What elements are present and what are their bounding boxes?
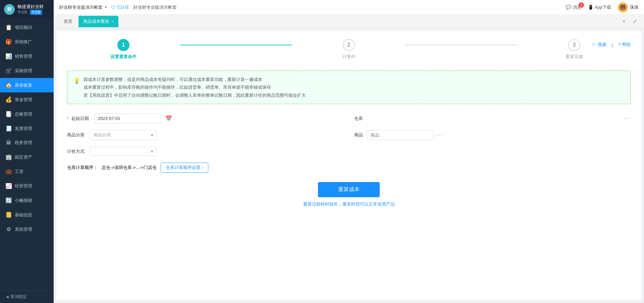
goods-label: 商品 [354,132,364,138]
sidebar-item-finance[interactable]: 💰 资金管理 [0,92,54,107]
recalc-button[interactable]: 重算成本 [318,182,380,197]
tab-cost-recalc[interactable]: 商品成本重算 × [78,16,118,27]
warehouse-label: 仓库 [354,116,364,122]
logo-title: 畅捷通好业财 [17,4,44,10]
recalc-btn-label: 重算成本 [338,186,360,192]
sidebar-item-accounting[interactable]: 📑 总账管理 [0,107,54,121]
bulb-icon: 💡 [73,76,80,99]
ops-icon: 📈 [5,183,12,189]
category-select[interactable]: 商品分类 ▾ [90,130,157,140]
sidebar-item-purchase[interactable]: 🛒 采购管理 [0,63,54,78]
shield-icon: 🛡 [111,5,116,10]
sidebar-item-assets[interactable]: 🏢 固定资产 [0,150,54,164]
divider: | [612,42,613,47]
topbar: 好业财专业版演示帐套 ▾ 🛡 已认证 好业财专业版演示帐套 💬 消息 1 📱 A… [54,0,644,15]
category-placeholder: 商品分类 [94,132,111,138]
sidebar-item-tax[interactable]: 🏛 税务管理 [0,136,54,150]
account-dropdown-icon: ▾ [105,5,107,10]
step-2-number: 2 [347,42,351,48]
start-date-group: * 起始日期 📅 [67,114,343,123]
expand-window-button[interactable]: ⤢ [631,17,639,26]
close-window-button[interactable]: × [620,17,628,26]
topbar-right: 💬 消息 1 📱 App下载 🐻 珠珠 [566,2,639,12]
sidebar-item-label: 发票管理 [15,126,32,132]
warehouse-picker-button[interactable]: ··· [624,115,631,122]
content-area: 1 设置重算条件 2 计算中 3 重算完成 [56,31,641,300]
category-label: 商品分类 [67,132,87,138]
sidebar-unpin[interactable]: ◄ 取消固定 [0,290,54,303]
pro-badge: 专业版 [30,10,42,15]
sidebar-item-label: 资金管理 [15,97,32,103]
info-box: 💡 因成本计算参数调整，或是对商品成本有疑问时，可以通过成本重算功能，重新计算一… [67,71,631,104]
sidebar-item-salary[interactable]: 💼 工资 [0,164,54,179]
sidebar-item-info[interactable]: 📒 基础信息 [0,208,54,222]
account-selector[interactable]: 好业财专业版演示帐套 ▾ [59,4,107,10]
step-2-circle: 2 [343,39,355,51]
tab-close-icon[interactable]: × [111,19,114,24]
sidebar-item-inventory[interactable]: 🏠 库存核算 [0,78,54,92]
sidebar-item-label: 小畅报销 [15,198,32,204]
assets-icon: 🏢 [5,154,12,160]
messages-button[interactable]: 💬 消息 1 [566,4,581,10]
sidebar-item-system[interactable]: ⚙ 系统管理 [0,222,54,236]
warehouse-group: 仓库 ··· [354,115,631,122]
pricing-select[interactable]: ▾ [90,147,157,156]
project-icon: 📋 [5,24,12,31]
start-date-input[interactable] [94,114,161,123]
system-icon: ⚙ [5,226,12,232]
stepper: 1 设置重算条件 2 计算中 3 重算完成 [67,39,631,60]
sidebar-logo: 财 畅捷通好业财 专业版 专业版 [0,0,54,19]
step-1-circle: 1 [117,39,129,51]
stepper-container: 1 设置重算条件 2 计算中 3 重算完成 [67,39,631,60]
calendar-icon[interactable]: 📅 [165,115,172,122]
info-line-1: 因成本计算参数调整，或是对商品成本有疑问时，可以通过成本重算功能，重新计算一遍成… [84,76,306,83]
step-3-number: 3 [573,42,576,48]
start-date-label: 起始日期 [71,116,92,122]
sidebar-item-label: 总账管理 [15,111,32,117]
unpin-arrow-icon: ◄ [5,295,9,299]
help-button[interactable]: ? 帮助 [618,42,631,48]
finance-icon: 💰 [5,96,12,103]
info-icon: 📒 [5,212,12,218]
inventory-icon: 🏠 [5,82,12,88]
account-full-name: 好业财专业版演示帐套 [133,4,177,10]
logo-text: 畅捷通好业财 专业版 专业版 [17,4,44,15]
sidebar-item-label: 系统管理 [15,226,32,232]
video-help-button[interactable]: ▷ 视频 [592,42,606,48]
connector-2-3 [405,45,518,45]
app-download-button[interactable]: 📱 App下载 [588,4,611,10]
form-area: * 起始日期 📅 仓库 ··· 商品分类 商品分类 ▾ [67,114,631,207]
tax-icon: 🏛 [5,140,12,146]
form-row-3: 计价方式 ▾ [67,147,631,156]
logo-subtitle: 专业版 [17,10,28,14]
user-info[interactable]: 🐻 珠珠 [618,2,639,12]
stepper-helpers: ▷ 视频 | ? 帮助 [592,42,631,48]
goods-input[interactable] [367,130,434,140]
goods-picker-button[interactable]: ··· [436,132,443,139]
sidebar-item-sales[interactable]: 📊 销售管理 [0,49,54,63]
sidebar-item-marketing[interactable]: 🎁 营销推广 [0,35,54,49]
form-row-1: * 起始日期 📅 仓库 ··· [67,114,631,123]
step-2-label: 计算中 [342,54,356,60]
recalc-section: 重算成本 重算过程耗时较长，重算时您可以正常使用产品 [67,182,631,207]
sidebar-item-label: 税务管理 [15,140,32,146]
category-chevron-icon: ▾ [151,133,153,138]
sidebar-item-ops[interactable]: 📈 经营管理 [0,179,54,193]
sidebar-item-label: 营销推广 [15,39,32,45]
sales-icon: 📊 [5,53,12,59]
help-label: 帮助 [622,42,631,47]
required-mark: * [67,116,69,121]
sidebar-item-invoice[interactable]: 🧾 发票管理 [0,121,54,136]
user-name: 珠珠 [630,4,639,10]
sidebar-item-project[interactable]: 📋 项目顾问 [0,20,54,35]
video-label: 视频 [598,42,606,47]
active-tab-label: 商品成本重算 [83,18,109,25]
tab-home[interactable]: 首页 [59,16,77,27]
sidebar-item-expense[interactable]: 🔄 小畅报销 [0,193,54,208]
app-download-label: App下载 [595,4,611,10]
sidebar-navigation: 📋 项目顾问 🎁 营销推广 📊 销售管理 🛒 采购管理 🏠 库存核算 💰 资金管… [0,19,54,290]
pricing-group: 计价方式 ▾ [67,147,343,156]
category-group: 商品分类 商品分类 ▾ [67,130,343,140]
sidebar-item-label: 项目顾问 [15,25,32,31]
warehouse-order-setting-button[interactable]: 仓库计算顺序设置 › [161,163,208,173]
